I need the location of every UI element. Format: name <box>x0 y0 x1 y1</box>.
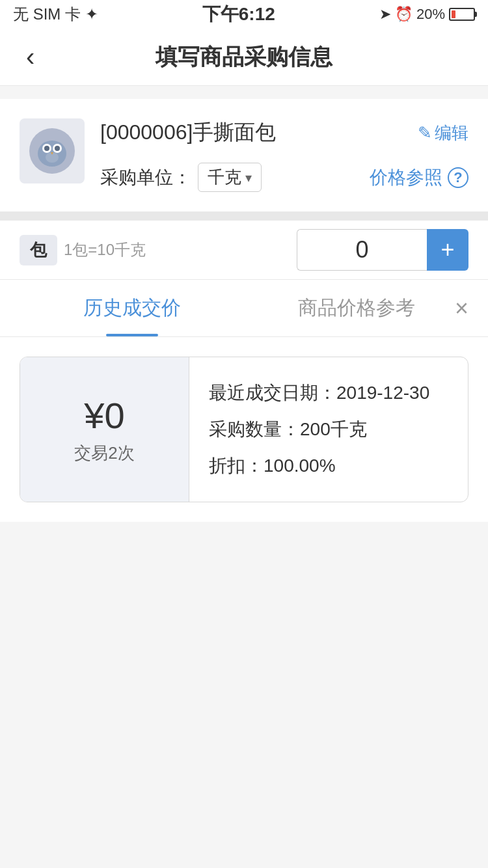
history-purchase-qty: 采购数量：200千克 <box>209 416 448 443</box>
price-ref-button[interactable]: 价格参照 ? <box>370 165 468 190</box>
quantity-unit-info: 包 1包=10千克 <box>20 235 146 265</box>
recent-date-label: 最近成交日期： <box>209 383 336 403</box>
status-time: 下午6:12 <box>202 2 275 27</box>
unit-label: 采购单位： <box>100 165 191 190</box>
back-button[interactable]: ‹ <box>20 36 41 78</box>
edit-label: 编辑 <box>435 122 468 144</box>
quantity-row: 包 1包=10千克 + <box>0 221 488 279</box>
product-image <box>20 118 85 183</box>
owl-logo-icon <box>33 131 72 170</box>
discount-label: 折扣： <box>209 455 264 476</box>
history-content: ¥0 交易2次 最近成交日期：2019-12-30 采购数量：200千克 折扣：… <box>0 337 488 522</box>
purchase-qty-label: 采购数量： <box>209 419 300 439</box>
product-header: [0000006]手撕面包 ✎ 编辑 <box>100 118 468 147</box>
quantity-unit-box: 包 <box>20 235 57 265</box>
nav-bar: ‹ 填写商品采购信息 <box>0 29 488 86</box>
product-card: [0000006]手撕面包 ✎ 编辑 采购单位： 千克 ▾ 价格参照 ? <box>0 99 488 211</box>
battery-icon <box>449 8 475 21</box>
history-price: ¥0 <box>84 394 124 437</box>
history-count: 交易2次 <box>74 442 134 465</box>
status-bar: 无 SIM 卡 ✦ 下午6:12 ➤ ⏰ 20% <box>0 0 488 29</box>
product-unit-row: 采购单位： 千克 ▾ 价格参照 ? <box>100 163 468 192</box>
history-card-right: 最近成交日期：2019-12-30 采购数量：200千克 折扣：100.00% <box>189 357 468 502</box>
status-right: ➤ ⏰ 20% <box>379 6 475 23</box>
product-info: [0000006]手撕面包 ✎ 编辑 采购单位： 千克 ▾ 价格参照 ? <box>100 118 468 192</box>
edit-button[interactable]: ✎ 编辑 <box>418 122 468 144</box>
status-left: 无 SIM 卡 ✦ <box>13 4 98 25</box>
history-discount: 折扣：100.00% <box>209 452 448 480</box>
section-divider <box>0 211 488 221</box>
tab-history-price[interactable]: 历史成交价 <box>20 280 244 336</box>
page-background <box>0 522 488 868</box>
svg-point-6 <box>55 146 60 151</box>
recent-date-value: 2019-12-30 <box>336 383 429 403</box>
sim-indicator: 无 SIM 卡 ✦ <box>13 4 98 25</box>
quantity-conversion: 1包=10千克 <box>64 239 146 260</box>
location-icon: ➤ <box>379 6 391 23</box>
bottom-panel: 历史成交价 商品价格参考 × ¥0 交易2次 最近成交日期：2019-12-30… <box>0 279 488 522</box>
history-card-left: ¥0 交易2次 <box>20 357 189 502</box>
price-ref-label: 价格参照 <box>370 165 442 190</box>
product-name: [0000006]手撕面包 <box>100 118 276 147</box>
tabs: 历史成交价 商品价格参考 × <box>0 280 488 337</box>
battery-percent: 20% <box>416 6 445 23</box>
edit-icon: ✎ <box>418 123 432 143</box>
alarm-icon: ⏰ <box>395 6 413 23</box>
discount-value: 100.00% <box>264 455 336 476</box>
page-title: 填写商品采购信息 <box>156 42 332 72</box>
price-ref-help-icon: ? <box>448 167 468 188</box>
svg-point-5 <box>44 146 49 151</box>
unit-dropdown-icon: ▾ <box>245 170 252 185</box>
purchase-qty-value: 200千克 <box>300 419 367 439</box>
history-card: ¥0 交易2次 最近成交日期：2019-12-30 采购数量：200千克 折扣：… <box>20 357 468 502</box>
unit-value: 千克 <box>208 166 241 189</box>
tab-product-price-ref[interactable]: 商品价格参考 <box>244 280 468 336</box>
tabs-close-button[interactable]: × <box>448 288 475 329</box>
quantity-input[interactable] <box>297 229 427 271</box>
quantity-plus-button[interactable]: + <box>427 229 468 271</box>
unit-select[interactable]: 千克 ▾ <box>198 163 262 192</box>
quantity-input-row: + <box>297 229 468 271</box>
product-thumbnail <box>29 128 75 174</box>
history-recent-date: 最近成交日期：2019-12-30 <box>209 379 448 407</box>
